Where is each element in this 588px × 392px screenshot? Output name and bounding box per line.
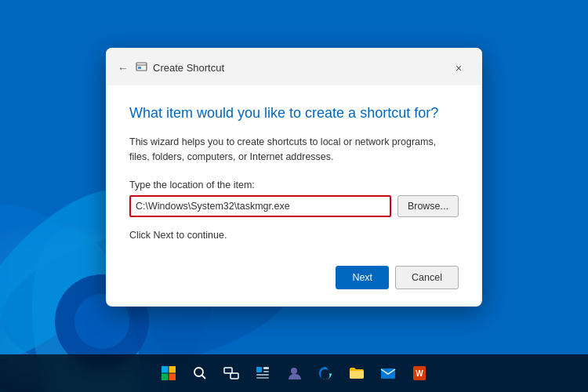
dialog-heading: What item would you like to create a sho… [129, 104, 459, 122]
taskbar-explorer-button[interactable] [344, 361, 369, 386]
title-left: ← Create Shortcut [115, 60, 224, 76]
dialog-content: What item would you like to create a sho… [107, 85, 481, 306]
close-button[interactable]: × [448, 57, 470, 79]
dialog-description: This wizard helps you to create shortcut… [129, 135, 459, 165]
svg-rect-19 [256, 367, 262, 372]
input-label: Type the location of the item: [129, 180, 459, 191]
svg-rect-23 [256, 377, 269, 379]
back-button[interactable]: ← [115, 60, 131, 76]
svg-rect-17 [224, 368, 232, 373]
taskbar: W [0, 354, 588, 392]
svg-rect-12 [169, 366, 176, 373]
svg-rect-22 [256, 374, 269, 376]
next-button[interactable]: Next [336, 266, 389, 289]
svg-text:W: W [416, 369, 423, 378]
dialog-overlay: ← Create Shortcut × What item would you … [0, 0, 588, 392]
taskbar-edge-button[interactable] [313, 361, 338, 386]
taskbar-taskview-button[interactable] [219, 361, 244, 386]
svg-rect-18 [230, 373, 238, 379]
click-next-hint: Click Next to continue. [129, 230, 459, 241]
svg-rect-14 [169, 374, 176, 381]
svg-rect-10 [138, 67, 141, 69]
taskbar-start-button[interactable] [156, 361, 181, 386]
shortcut-icon [136, 62, 148, 74]
taskbar-office-button[interactable]: W [407, 361, 432, 386]
svg-rect-11 [162, 366, 169, 373]
svg-line-16 [202, 376, 206, 379]
taskbar-search-button[interactable] [187, 361, 212, 386]
cancel-button[interactable]: Cancel [395, 266, 459, 289]
input-row: Browse... [129, 195, 459, 217]
svg-point-15 [194, 368, 203, 376]
create-shortcut-dialog: ← Create Shortcut × What item would you … [106, 48, 482, 307]
svg-rect-21 [263, 371, 269, 372]
desktop: ← Create Shortcut × What item would you … [0, 0, 588, 392]
svg-rect-13 [162, 374, 169, 381]
browse-button[interactable]: Browse... [397, 195, 459, 217]
dialog-buttons: Next Cancel [129, 260, 459, 289]
svg-rect-9 [136, 63, 147, 71]
taskbar-teams-button[interactable] [281, 361, 307, 386]
svg-rect-20 [263, 367, 269, 369]
taskbar-widgets-button[interactable] [250, 361, 275, 386]
dialog-titlebar: ← Create Shortcut × [106, 48, 482, 85]
dialog-title: Create Shortcut [153, 62, 224, 74]
taskbar-mail-button[interactable] [376, 361, 401, 386]
location-input[interactable] [129, 195, 391, 217]
svg-point-24 [291, 368, 297, 374]
